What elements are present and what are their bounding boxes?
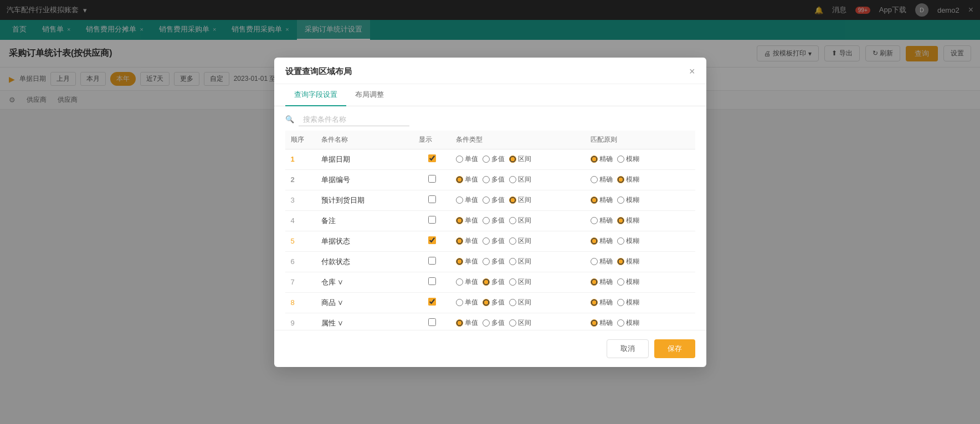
modal-tab-layout[interactable]: 布局调整 [346, 84, 393, 106]
modal-title: 设置查询区域布局 [285, 66, 352, 77]
modal-overlay: 设置查询区域布局 × 查询字段设置 布局调整 🔍 顺序 条件名称 [0, 0, 980, 110]
modal-tab-query-label: 查询字段设置 [294, 90, 337, 99]
modal-header: 设置查询区域布局 × [274, 58, 706, 84]
modal-tab-layout-label: 布局调整 [355, 90, 384, 99]
modal-tab-query-fields[interactable]: 查询字段设置 [285, 84, 346, 106]
modal-search-area: 🔍 [274, 106, 706, 110]
modal-close-button[interactable]: × [689, 66, 695, 76]
settings-modal: 设置查询区域布局 × 查询字段设置 布局调整 🔍 顺序 条件名称 [274, 58, 706, 110]
modal-tabs: 查询字段设置 布局调整 [274, 84, 706, 106]
